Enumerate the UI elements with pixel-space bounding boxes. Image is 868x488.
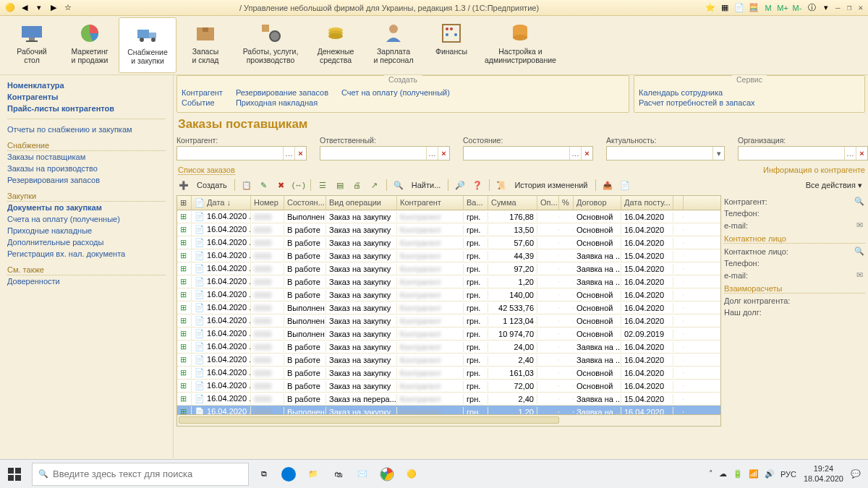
filter-input-contragent[interactable] (177, 149, 283, 158)
section-marketing[interactable]: Маркетинги продажи (61, 17, 119, 73)
grid-body[interactable]: ⊞📄 16.04.2020 ...0000ВыполненЗаказ на за… (177, 210, 720, 414)
back-icon[interactable]: ◀ (20, 3, 30, 13)
clear-icon[interactable]: × (294, 147, 306, 160)
col-op[interactable]: Оп... (537, 196, 559, 210)
history-icon[interactable]: 📜 (494, 178, 509, 192)
section-admin[interactable]: Настройка иадминистрирование (480, 17, 561, 73)
create-event[interactable]: Событие (182, 98, 223, 108)
language-indicator[interactable]: РУС (780, 470, 796, 479)
table-row[interactable]: ⊞📄 16.04.2020 ...0000ВыполненЗаказ на за… (177, 301, 720, 314)
col-currency[interactable]: Ва... (464, 196, 488, 210)
menu-dropdown-icon[interactable]: ▾ (821, 3, 831, 13)
close-button[interactable]: ✕ (858, 3, 863, 12)
section-supply[interactable]: Снабжениеи закупки (119, 17, 176, 73)
sidebar-item-reservations[interactable]: Резервирования запасов (7, 174, 166, 186)
service-needs[interactable]: Расчет потребностей в запасах (639, 98, 860, 108)
cloud-icon[interactable]: ☁ (719, 469, 727, 479)
clock[interactable]: 19:24 18.04.2020 (804, 464, 843, 483)
volume-icon[interactable]: 🔊 (765, 469, 775, 479)
email-icon[interactable]: ✉ (854, 221, 865, 230)
wifi-icon[interactable]: 📶 (749, 469, 759, 479)
taskbar-search-input[interactable] (53, 468, 242, 479)
delete-icon[interactable]: ✖ (274, 178, 289, 192)
clear-icon[interactable]: × (856, 147, 867, 160)
magnifier-icon[interactable]: 🔍 (854, 197, 865, 206)
print-icon[interactable]: 🖨 (350, 178, 365, 192)
filter-input-responsible[interactable] (320, 149, 426, 158)
sidebar-item-pricelists[interactable]: Прайс-листы контрагентов (7, 103, 166, 114)
create-icon[interactable]: ➕ (176, 178, 191, 192)
sidebar-item-contragents[interactable]: Контрагенты (7, 91, 166, 103)
calc-icon[interactable]: 🧮 (749, 3, 759, 13)
orders-grid[interactable]: ⊞ 📄 Дата ↓ Номер Состоян... Вид операции… (176, 195, 721, 415)
doc-icon[interactable]: 📄 (734, 3, 744, 13)
start-button[interactable] (0, 460, 29, 489)
create-contragent[interactable]: Контрагент (182, 87, 223, 98)
col-pct[interactable]: % (559, 196, 574, 210)
col-operation[interactable]: Вид операции (326, 196, 397, 210)
filter-input-state[interactable] (464, 149, 569, 158)
refresh-icon[interactable]: (↔) (292, 178, 306, 192)
email-icon[interactable]: ✉ (854, 270, 865, 280)
search-icon[interactable]: 🔍 (391, 178, 406, 192)
section-finance[interactable]: Финансы (422, 17, 480, 73)
sidebar-item-invoices[interactable]: Счета на оплату (полученные) (7, 213, 166, 225)
star-icon[interactable]: ⭐ (705, 3, 715, 13)
table-row[interactable]: ⊞📄 16.04.2020 ...0000ВыполненЗаказ на за… (177, 328, 720, 341)
hierarchy-icon[interactable]: ☰ (315, 178, 330, 192)
1c-icon[interactable]: 🟡 (399, 460, 424, 489)
mail-icon[interactable]: ✉️ (350, 460, 375, 489)
table-row[interactable]: ⊞📄 16.04.2020 ...0000В работеЗаказ на за… (177, 341, 720, 354)
create-button[interactable]: Создать (194, 181, 230, 189)
help-icon[interactable]: ❓ (470, 178, 485, 192)
col-receipt-date[interactable]: Дата посту... (621, 196, 673, 210)
magnifier-icon[interactable]: 🔍 (854, 247, 865, 256)
mem-m-button[interactable]: M (763, 3, 773, 13)
table-row[interactable]: ⊞📄 16.04.2020 ...0000В работеЗаказ на за… (177, 367, 720, 380)
maximize-button[interactable]: ❐ (847, 3, 852, 12)
col-icon[interactable]: ⊞ (177, 196, 192, 210)
create-invoice[interactable]: Счет на оплату (полученный) (341, 87, 450, 98)
battery-icon[interactable]: 🔋 (733, 469, 743, 479)
all-actions-button[interactable]: Все действия ▾ (803, 181, 865, 190)
horizontal-scrollbar[interactable] (176, 415, 721, 427)
select-icon[interactable]: … (844, 147, 856, 160)
section-salary[interactable]: Зарплатаи персонал (365, 17, 422, 73)
copy-icon[interactable]: 📋 (239, 178, 254, 192)
col-contragent[interactable]: Контрагент (397, 196, 464, 210)
filter-input-relevance[interactable] (607, 149, 712, 158)
tray-up-icon[interactable]: ˄ (709, 469, 713, 479)
chrome-icon[interactable] (375, 460, 399, 489)
sidebar-item-purchase-docs[interactable]: Документы по закупкам (7, 202, 166, 213)
mem-mminus-button[interactable]: M- (792, 3, 802, 13)
table-row[interactable]: ⊞📄 16.04.2020 ...0000В работеЗаказ на за… (177, 262, 720, 275)
dropdown-icon[interactable]: ▾ (34, 3, 44, 13)
table-row[interactable]: ⊞📄 16.04.2020 ...0000В работеЗаказ на за… (177, 275, 720, 288)
service-calendar[interactable]: Календарь сотрудника (639, 87, 860, 98)
sidebar-item-receipts[interactable]: Приходные накладные (7, 225, 166, 236)
info-icon[interactable]: ⓘ (807, 3, 817, 13)
taskbar-search[interactable]: 🔍 (32, 463, 249, 486)
create-reservation[interactable]: Резервирование запасов (236, 87, 328, 98)
section-works[interactable]: Работы, услуги,производство (234, 17, 307, 73)
filter-input-org[interactable] (739, 149, 844, 158)
sidebar-item-production-orders[interactable]: Заказы на производство (7, 163, 166, 174)
sidebar-item-nomenclature[interactable]: Номенклатура (7, 80, 166, 91)
select-icon[interactable]: … (426, 147, 438, 160)
edge-icon[interactable] (276, 460, 301, 489)
sidebar-item-poa[interactable]: Доверенности (7, 275, 166, 287)
goto-icon[interactable]: ↗ (367, 178, 382, 192)
select-icon[interactable]: … (569, 147, 581, 160)
dropdown-icon[interactable]: ▾ (712, 147, 724, 160)
table-row[interactable]: ⊞📄 16.04.2020 ...0000ВыполненЗаказ на за… (177, 314, 720, 328)
sidebar-item-tax-reg[interactable]: Регистрация вх. нал. документа (7, 248, 166, 260)
notifications-icon[interactable]: 💬 (851, 469, 861, 479)
section-desktop[interactable]: Рабочийстол (3, 17, 61, 73)
section-money[interactable]: Денежныесредства (307, 17, 365, 73)
table-row[interactable]: ⊞📄 16.04.2020 ...0000В работеЗаказ на за… (177, 288, 720, 301)
explorer-icon[interactable]: 📁 (301, 460, 326, 489)
col-sum[interactable]: Сумма (488, 196, 537, 210)
find-button[interactable]: Найти... (409, 181, 444, 189)
tab-order-list[interactable]: Список заказов (178, 166, 235, 175)
store-icon[interactable]: 🛍 (326, 460, 350, 489)
